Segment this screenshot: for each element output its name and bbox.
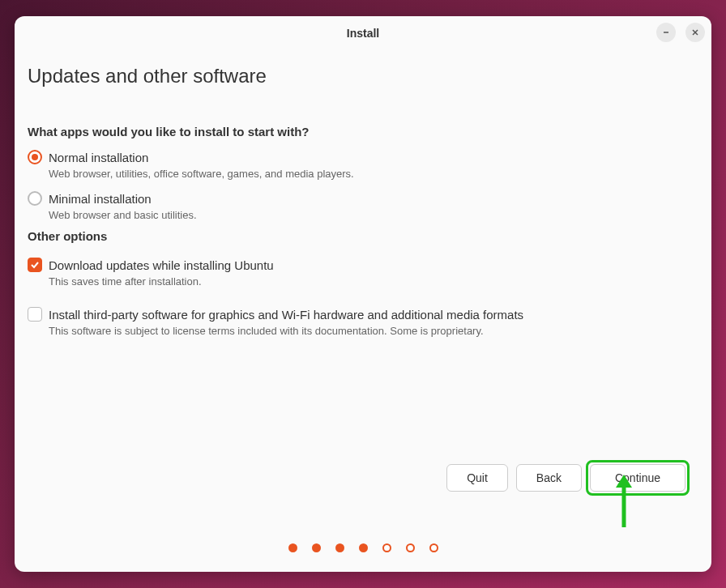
progress-dot xyxy=(288,543,297,552)
quit-button[interactable]: Quit xyxy=(446,464,508,492)
close-button[interactable] xyxy=(685,23,705,42)
checkbox-label: Download updates while installing Ubuntu xyxy=(49,258,274,272)
progress-dot xyxy=(429,543,438,552)
checkbox-download-desc: This saves time after installation. xyxy=(49,275,698,288)
progress-indicator xyxy=(28,492,698,572)
progress-dot xyxy=(335,543,344,552)
progress-dot xyxy=(312,543,321,552)
checkbox-icon xyxy=(28,258,42,272)
back-button[interactable]: Back xyxy=(516,464,582,492)
minimize-button[interactable] xyxy=(656,23,676,42)
continue-highlight: Continue xyxy=(586,460,690,496)
radio-label: Minimal installation xyxy=(49,192,152,206)
radio-minimal-desc: Web browser and basic utilities. xyxy=(49,209,698,221)
checkbox-icon xyxy=(28,307,42,322)
checkbox-third-party[interactable]: Install third-party software for graphic… xyxy=(28,307,698,322)
radio-minimal-installation[interactable]: Minimal installation xyxy=(28,191,698,206)
check-icon xyxy=(30,260,40,270)
close-icon xyxy=(691,28,699,36)
progress-dot xyxy=(382,543,391,552)
continue-button[interactable]: Continue xyxy=(590,464,685,492)
page-title: Updates and other software xyxy=(28,65,698,87)
other-options-heading: Other options xyxy=(28,229,698,243)
window-controls xyxy=(656,23,705,42)
radio-icon xyxy=(28,191,42,206)
progress-dot xyxy=(406,543,415,552)
checkbox-label: Install third-party software for graphic… xyxy=(49,308,523,322)
window-title: Install xyxy=(347,27,379,40)
radio-icon xyxy=(28,150,42,164)
checkbox-download-updates[interactable]: Download updates while installing Ubuntu xyxy=(28,258,698,272)
content-area: Updates and other software What apps wou… xyxy=(15,50,711,572)
radio-normal-installation[interactable]: Normal installation xyxy=(28,150,698,164)
radio-normal-desc: Web browser, utilities, office software,… xyxy=(49,168,698,180)
installer-window: Install Updates and other software What … xyxy=(15,16,711,572)
progress-dot xyxy=(359,543,368,552)
footer-buttons: Quit Back Continue xyxy=(28,451,698,492)
radio-label: Normal installation xyxy=(49,151,148,164)
checkbox-third-party-desc: This software is subject to license term… xyxy=(49,325,698,337)
titlebar: Install xyxy=(15,16,711,50)
minimize-icon xyxy=(662,28,670,36)
apps-section-heading: What apps would you like to install to s… xyxy=(28,125,698,138)
